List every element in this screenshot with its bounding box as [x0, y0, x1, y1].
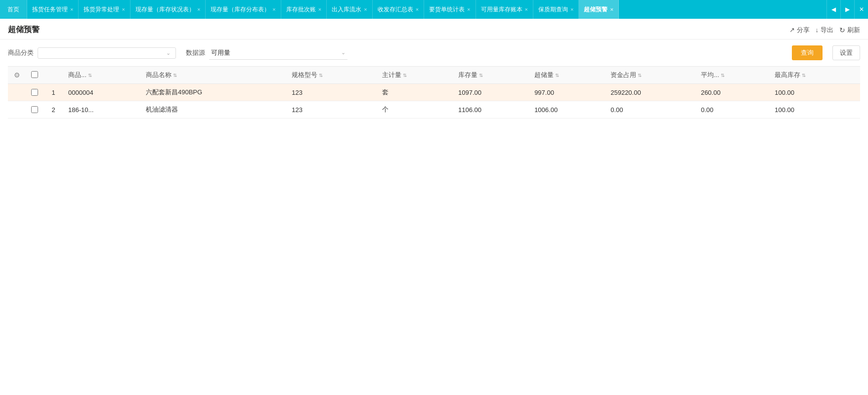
nav-close-arrow[interactable]: ✕ [854, 0, 868, 19]
tab-close-recv-summary[interactable]: × [416, 6, 419, 12]
nav-tab-order-stat[interactable]: 要货单统计表 × [424, 0, 476, 19]
select-all-checkbox[interactable] [31, 71, 38, 78]
filter-area: 商品分类 ⌄ 数据源 可用量 ⌄ 查询 设置 [0, 40, 868, 66]
export-button[interactable]: ↓ 导出 [816, 26, 834, 35]
tab-close-order-stat[interactable]: × [467, 6, 470, 12]
sort-icon-spec: ⇅ [319, 73, 323, 78]
row-capital: 0.00 [606, 101, 696, 118]
top-navigation: 首页拣货任务管理 ×拣货异常处理 ×现存量（库存状况表） ×现存量（库存分布表）… [0, 0, 868, 19]
sort-icon-stock: ⇅ [479, 73, 483, 78]
tab-close-pick-exception[interactable]: × [122, 6, 125, 12]
sort-icon-maxstock: ⇅ [802, 73, 806, 78]
sort-icon-overstock: ⇅ [555, 73, 559, 78]
row-product-name: 机油滤清器 [141, 101, 287, 118]
row-checkbox[interactable] [31, 106, 38, 113]
chevron-down-icon: ⌄ [166, 50, 171, 56]
row-avg: 260.00 [696, 84, 770, 101]
tab-close-batch-account[interactable]: × [318, 6, 321, 12]
nav-arrows: ◀ ▶ ✕ [826, 0, 868, 19]
refresh-button[interactable]: ↻ 刷新 [839, 26, 860, 35]
category-filter-group: 商品分类 ⌄ [8, 47, 176, 59]
col-capital-header[interactable]: 资金占用⇅ [606, 67, 696, 84]
col-spec-header[interactable]: 规格型号⇅ [287, 67, 377, 84]
nav-tab-pick-task[interactable]: 拣货任务管理 × [27, 0, 79, 19]
share-icon: ↗ [789, 26, 795, 34]
row-index-cell: 1 [43, 84, 63, 101]
tab-close-pick-task[interactable]: × [70, 6, 73, 12]
row-settings-cell [8, 101, 26, 118]
category-label: 商品分类 [8, 48, 34, 57]
col-product-code-header[interactable]: 商品...⇅ [63, 67, 141, 84]
col-maxstock-header[interactable]: 最高库存⇅ [770, 67, 860, 84]
col-product-name-header[interactable]: 商品名称⇅ [141, 67, 287, 84]
tab-close-stock-dist[interactable]: × [272, 6, 275, 12]
col-unit-header[interactable]: 主计量⇅ [377, 67, 453, 84]
sort-icon-unit: ⇅ [403, 73, 407, 78]
nav-tab-stock-status[interactable]: 现存量（库存状况表） × [130, 0, 206, 19]
export-label: 导出 [821, 26, 833, 35]
nav-left-arrow[interactable]: ◀ [826, 0, 840, 19]
category-select[interactable]: ⌄ [38, 47, 176, 59]
row-checkbox-cell [26, 84, 43, 101]
nav-tab-quality-query[interactable]: 保质期查询 × [533, 0, 579, 19]
nav-tab-stock-dist[interactable]: 现存量（库存分布表） × [206, 0, 281, 19]
sort-icon-capital: ⇅ [638, 73, 642, 78]
query-button[interactable]: 查询 [792, 45, 823, 60]
datasource-filter-group: 数据源 可用量 ⌄ [186, 46, 347, 60]
nav-tab-home[interactable]: 首页 [0, 0, 27, 19]
table-row: 2 186-10... 机油滤清器 123 个 1106.00 1006.00 … [8, 101, 860, 118]
refresh-icon: ↻ [839, 26, 845, 34]
sort-icon-code: ⇅ [88, 73, 92, 78]
tab-close-available-ledger[interactable]: × [525, 6, 528, 12]
row-checkbox[interactable] [31, 89, 38, 96]
row-spec: 123 [287, 101, 377, 118]
row-avg: 0.00 [696, 101, 770, 118]
refresh-label: 刷新 [847, 26, 860, 35]
row-unit: 个 [377, 101, 453, 118]
nav-tab-pick-exception[interactable]: 拣货异常处理 × [79, 0, 130, 19]
nav-tab-overstock-alert[interactable]: 超储预警 × [579, 0, 618, 19]
page-header: 超储预警 ↗ 分享 ↓ 导出 ↻ 刷新 [0, 19, 868, 40]
table-row: 1 0000004 六配套新昌490BPG 123 套 1097.00 997.… [8, 84, 860, 101]
share-label: 分享 [797, 26, 810, 35]
row-product-name: 六配套新昌490BPG [141, 84, 287, 101]
share-button[interactable]: ↗ 分享 [789, 26, 810, 35]
row-overstock: 997.00 [529, 84, 606, 101]
col-avg-header[interactable]: 平均...⇅ [696, 67, 770, 84]
row-product-code: 0000004 [63, 84, 141, 101]
row-stock: 1097.00 [453, 84, 529, 101]
col-index-header [43, 67, 63, 84]
nav-tab-inout-flow[interactable]: 出入库流水 × [327, 0, 372, 19]
table-header-row: ⚙ 商品...⇅ 商品名称⇅ 规格型号⇅ 主计量⇅ 库存量⇅ 超储量⇅ 资金占用… [8, 67, 860, 84]
sort-icon-name: ⇅ [173, 73, 177, 78]
datasource-select[interactable]: 可用量 ⌄ [209, 46, 347, 60]
sort-icon-avg: ⇅ [721, 73, 725, 78]
settings-button[interactable]: 设置 [832, 45, 860, 60]
row-max-stock: 100.00 [770, 101, 860, 118]
col-overstock-header[interactable]: 超储量⇅ [529, 67, 606, 84]
row-checkbox-cell [26, 101, 43, 118]
nav-right-arrow[interactable]: ▶ [840, 0, 854, 19]
tab-close-quality-query[interactable]: × [570, 6, 573, 12]
row-spec: 123 [287, 84, 377, 101]
gear-icon[interactable]: ⚙ [14, 71, 20, 79]
chevron-down-icon-2: ⌄ [341, 49, 346, 56]
data-table: ⚙ 商品...⇅ 商品名称⇅ 规格型号⇅ 主计量⇅ 库存量⇅ 超储量⇅ 资金占用… [8, 66, 860, 118]
tab-close-stock-status[interactable]: × [197, 6, 200, 12]
datasource-label: 数据源 [186, 48, 205, 57]
col-settings-header: ⚙ [8, 67, 26, 84]
page-title: 超储预警 [8, 25, 40, 35]
nav-tab-available-ledger[interactable]: 可用量库存账本 × [476, 0, 533, 19]
export-icon: ↓ [816, 26, 819, 34]
row-product-code: 186-10... [63, 101, 141, 118]
tab-close-overstock-alert[interactable]: × [610, 6, 613, 12]
tab-close-inout-flow[interactable]: × [364, 6, 367, 12]
nav-tab-batch-account[interactable]: 库存批次账 × [281, 0, 327, 19]
row-max-stock: 100.00 [770, 84, 860, 101]
page-content: 超储预警 ↗ 分享 ↓ 导出 ↻ 刷新 商品分类 ⌄ 数据源 [0, 19, 868, 395]
nav-tab-recv-summary[interactable]: 收发存汇总表 × [373, 0, 424, 19]
col-stock-header[interactable]: 库存量⇅ [453, 67, 529, 84]
row-capital: 259220.00 [606, 84, 696, 101]
row-overstock: 1006.00 [529, 101, 606, 118]
row-stock: 1106.00 [453, 101, 529, 118]
